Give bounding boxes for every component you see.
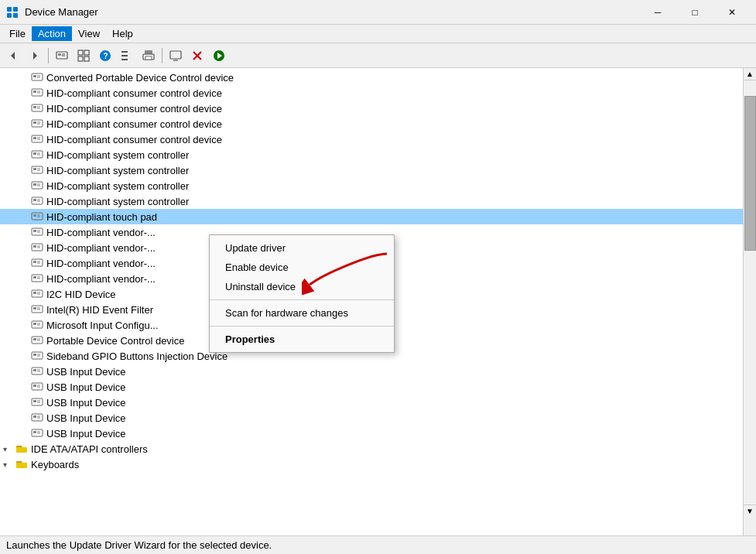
menu-file[interactable]: File xyxy=(3,26,32,41)
svg-rect-128 xyxy=(16,463,27,468)
device-label: HID-compliant consumer control device xyxy=(46,103,222,115)
computer-button[interactable] xyxy=(166,46,186,66)
svg-rect-29 xyxy=(33,75,36,77)
svg-rect-21 xyxy=(145,56,152,60)
context-menu-item-update[interactable]: Update driver xyxy=(210,238,394,258)
uninstall-button[interactable] xyxy=(187,46,207,66)
device-manager-button[interactable] xyxy=(52,46,72,66)
scrollbar[interactable]: ▲ ▼ xyxy=(743,68,756,535)
svg-rect-121 xyxy=(33,431,36,433)
device-item[interactable]: HID-compliant system controller xyxy=(0,147,743,162)
svg-rect-33 xyxy=(33,91,36,93)
device-item[interactable]: HID-compliant system controller xyxy=(0,178,743,193)
scroll-down-arrow[interactable]: ▼ xyxy=(744,504,756,517)
main-area: Converted Portable Device Control device… xyxy=(0,68,756,535)
device-item[interactable]: USB Input Device xyxy=(0,379,743,395)
svg-rect-10 xyxy=(78,50,83,55)
context-menu-item-enable[interactable]: Enable device xyxy=(210,258,394,277)
window-controls: ─ □ ✕ xyxy=(640,0,750,25)
minimize-button[interactable]: ─ xyxy=(640,0,676,25)
device-label: HID-compliant vendor-... xyxy=(46,258,156,269)
view-toggle-button[interactable] xyxy=(117,46,137,66)
context-menu-item-properties[interactable]: Properties xyxy=(210,330,394,349)
device-item[interactable]: HID-compliant consumer control device xyxy=(0,85,743,101)
device-item[interactable]: Converted Portable Device Control device xyxy=(0,70,743,85)
device-label: HID-compliant system controller xyxy=(46,149,189,161)
svg-rect-53 xyxy=(33,168,36,170)
device-item[interactable]: USB Input Device xyxy=(0,410,743,426)
scroll-up-arrow[interactable]: ▲ xyxy=(744,68,756,80)
svg-rect-11 xyxy=(84,50,89,55)
window-title: Device Manager xyxy=(25,6,98,18)
svg-rect-117 xyxy=(33,416,36,418)
svg-rect-125 xyxy=(16,447,27,453)
context-menu-item-uninstall[interactable]: Uninstall device xyxy=(210,277,394,296)
menu-help[interactable]: Help xyxy=(106,26,139,41)
device-label: USB Input Device xyxy=(46,366,126,378)
device-label: HID-compliant consumer control device xyxy=(46,87,222,99)
svg-rect-0 xyxy=(7,7,12,12)
device-label: Intel(R) HID Event Filter xyxy=(46,304,153,316)
device-label: I2C HID Device xyxy=(46,289,116,300)
forward-button[interactable] xyxy=(25,46,45,66)
show-hidden-button[interactable] xyxy=(74,46,94,66)
menu-view[interactable]: View xyxy=(72,26,106,41)
svg-rect-49 xyxy=(33,152,36,155)
device-item[interactable]: HID-compliant system controller xyxy=(0,162,743,178)
device-item[interactable]: HID-compliant consumer control device xyxy=(0,116,743,132)
app-icon xyxy=(6,6,19,19)
category-row[interactable]: ▾ Keyboards xyxy=(0,457,743,472)
category-label: Keyboards xyxy=(31,459,79,470)
device-label: HID-compliant consumer control device xyxy=(46,118,222,130)
scroll-thumb[interactable] xyxy=(744,96,756,251)
device-item[interactable]: HID-compliant touch pad xyxy=(0,209,743,224)
device-item[interactable]: HID-compliant system controller xyxy=(0,193,743,209)
svg-rect-3 xyxy=(13,13,18,18)
context-menu: Update driverEnable deviceUninstall devi… xyxy=(209,234,395,353)
svg-rect-37 xyxy=(33,106,36,108)
device-item[interactable]: USB Input Device xyxy=(0,395,743,410)
menu-bar: File Action View Help xyxy=(0,25,756,43)
expand-arrow[interactable]: ▾ xyxy=(3,445,15,453)
device-label: USB Input Device xyxy=(46,428,126,439)
svg-text:?: ? xyxy=(104,52,108,60)
menu-action[interactable]: Action xyxy=(32,26,72,41)
svg-rect-13 xyxy=(84,56,89,61)
title-bar: Device Manager ─ □ ✕ xyxy=(0,0,756,25)
expand-arrow[interactable]: ▾ xyxy=(3,460,15,469)
svg-rect-81 xyxy=(33,276,36,279)
svg-rect-41 xyxy=(33,121,36,124)
device-item[interactable]: HID-compliant consumer control device xyxy=(0,101,743,116)
svg-rect-113 xyxy=(33,400,36,402)
maximize-button[interactable]: □ xyxy=(677,0,713,25)
svg-rect-57 xyxy=(33,183,36,186)
device-label: HID-compliant vendor-... xyxy=(46,227,156,238)
device-item[interactable]: USB Input Device xyxy=(0,364,743,379)
device-label: HID-compliant consumer control device xyxy=(46,134,222,145)
enable-button[interactable] xyxy=(209,46,229,66)
context-menu-item-scan[interactable]: Scan for hardware changes xyxy=(210,303,394,323)
svg-rect-85 xyxy=(33,292,36,294)
device-label: HID-compliant system controller xyxy=(46,165,189,176)
help-button[interactable]: ? xyxy=(95,46,115,66)
svg-rect-97 xyxy=(33,338,36,340)
toolbar: ? xyxy=(0,43,756,68)
svg-rect-109 xyxy=(33,385,36,387)
svg-marker-4 xyxy=(11,52,15,60)
device-item[interactable]: HID-compliant consumer control device xyxy=(0,132,743,147)
svg-rect-2 xyxy=(7,13,12,18)
device-label: HID-compliant system controller xyxy=(46,196,189,207)
print-button[interactable] xyxy=(139,46,159,66)
device-label: HID-compliant system controller xyxy=(46,180,189,192)
device-item[interactable]: USB Input Device xyxy=(0,426,743,441)
device-label: Microsoft Input Configu... xyxy=(46,320,159,331)
svg-rect-18 xyxy=(121,59,128,60)
context-menu-separator xyxy=(210,299,394,300)
svg-rect-45 xyxy=(33,137,36,139)
toolbar-separator-2 xyxy=(162,48,162,63)
back-button[interactable] xyxy=(3,46,23,66)
category-row[interactable]: ▾ IDE ATA/ATAPI controllers xyxy=(0,441,743,457)
svg-rect-89 xyxy=(33,307,36,309)
svg-rect-65 xyxy=(33,214,36,217)
close-button[interactable]: ✕ xyxy=(714,0,750,25)
